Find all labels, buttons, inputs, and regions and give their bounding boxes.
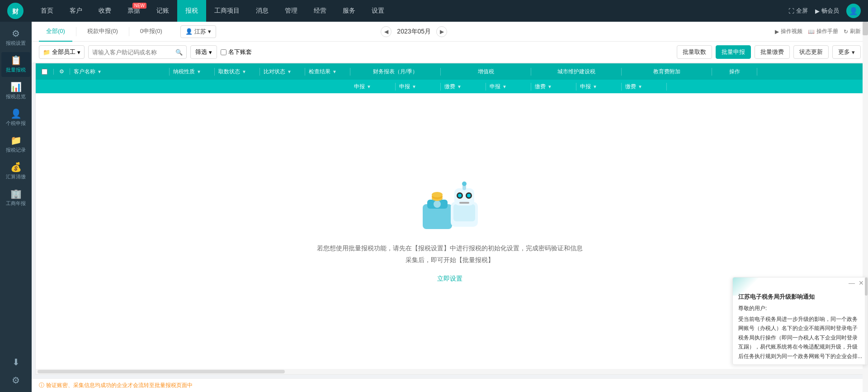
tax-records-icon: 📁 bbox=[10, 136, 22, 145]
table-header-scroll[interactable]: ⚙ 客户名称 ▼ 纳税性质 ▼ 取数状态 ▼ bbox=[36, 63, 864, 93]
nav-operation[interactable]: 经营 bbox=[306, 0, 335, 22]
search-input[interactable] bbox=[92, 49, 174, 56]
notification-scrollbar[interactable] bbox=[865, 277, 868, 364]
sidebar-item-personal-tax[interactable]: 👤 个税申报 bbox=[1, 105, 30, 130]
table-header-row1: ⚙ 客户名称 ▼ 纳税性质 ▼ 取数状态 ▼ bbox=[36, 63, 864, 80]
tab-all[interactable]: 全部(0) bbox=[39, 22, 72, 42]
notification-greeting: 尊敬的用户: bbox=[738, 304, 862, 313]
prev-month-btn[interactable]: ◀ bbox=[381, 26, 392, 37]
fullscreen-icon: ⛶ bbox=[788, 8, 794, 14]
nav-commerce[interactable]: 工商项目 bbox=[206, 0, 248, 22]
select-all-checkbox[interactable] bbox=[42, 69, 47, 75]
page-scrollbar-thumb[interactable] bbox=[863, 22, 868, 35]
current-month: 2023年05月 bbox=[397, 28, 431, 36]
notification-content: 受当前电子税务局进一步升级的影响，同一个政务网账号（办税人）名下的企业不能再同时… bbox=[738, 315, 862, 361]
sidebar-item-annual-report[interactable]: 🏢 工商年报 bbox=[1, 186, 30, 210]
sidebar-item-tax-overview[interactable]: 📊 报税总览 bbox=[1, 79, 30, 104]
batch-declare-btn[interactable]: 批量申报 bbox=[716, 45, 751, 59]
th2-city-pay[interactable]: 缴费 ▼ bbox=[531, 83, 576, 91]
tab-divider-2 bbox=[129, 27, 129, 36]
nav-service[interactable]: 服务 bbox=[335, 0, 363, 22]
th-check-result[interactable]: 检查结果 ▼ bbox=[305, 68, 350, 76]
sidebar-item-settings[interactable]: ⚙ bbox=[1, 372, 30, 388]
batch-fetch-btn[interactable]: 批量取数 bbox=[677, 45, 712, 59]
top-navigation: 财 首页 客户 收费 票据 NEW 记账 报税 工商项目 消息 管理 经营 服务… bbox=[0, 0, 868, 22]
nav-invoice[interactable]: 票据 NEW bbox=[119, 0, 148, 22]
settings-icon: ⚙ bbox=[12, 376, 20, 385]
table-scroll-bottom[interactable] bbox=[36, 369, 864, 374]
th-setting[interactable]: ⚙ bbox=[54, 68, 70, 75]
svg-text:财: 财 bbox=[12, 8, 19, 15]
setup-link[interactable]: 立即设置 bbox=[437, 275, 462, 283]
th-checkbox bbox=[36, 69, 54, 75]
th2-vat-declare[interactable]: 申报 ▼ bbox=[396, 83, 441, 91]
month-navigator: ◀ 2023年05月 ▶ bbox=[381, 26, 447, 37]
video-btn[interactable]: ▶ 操作视频 bbox=[775, 28, 802, 35]
next-month-btn[interactable]: ▶ bbox=[436, 26, 447, 37]
tab-zero-declare[interactable]: 0申报(0) bbox=[133, 22, 170, 42]
notification-popup: — ✕ 江苏电子税务局升级影响通知 尊敬的用户: 受当前电子税务局进一步升级的影… bbox=[732, 277, 868, 365]
tab-tax-declare-count: (0) bbox=[111, 28, 118, 34]
nav-billing[interactable]: 收费 bbox=[90, 0, 119, 22]
nav-customer[interactable]: 客户 bbox=[61, 0, 90, 22]
nav-tax[interactable]: 报税 bbox=[177, 0, 206, 22]
employee-selector[interactable]: 📁 全部员工 ▾ bbox=[39, 45, 85, 59]
th2-city-declare[interactable]: 申报 ▼ bbox=[486, 83, 531, 91]
svg-rect-15 bbox=[459, 202, 469, 204]
minimize-notif-btn[interactable]: — bbox=[849, 279, 855, 287]
svg-point-12 bbox=[458, 194, 462, 197]
refresh-btn[interactable]: ↻ 刷新 bbox=[844, 28, 861, 35]
province-selector[interactable]: 👤 江苏 ▾ bbox=[180, 25, 216, 38]
account-checkbox[interactable] bbox=[221, 49, 226, 55]
sidebar: ⚙ 报税设置 📋 批量报税 📊 报税总览 👤 个税申报 📁 报税记录 💰 汇算清… bbox=[0, 22, 32, 392]
user-icon: 👤 bbox=[185, 28, 193, 35]
vip-icon: ▶ bbox=[815, 8, 820, 14]
close-notif-btn[interactable]: ✕ bbox=[859, 279, 864, 287]
nav-message[interactable]: 消息 bbox=[248, 0, 277, 22]
toolbar-right-buttons: 批量取数 批量申报 批量缴费 状态更新 更多 ▾ bbox=[677, 45, 861, 59]
sidebar-item-settlement[interactable]: 💰 汇算清缴 bbox=[1, 159, 30, 184]
more-btn[interactable]: 更多 ▾ bbox=[832, 45, 861, 59]
th-compare-status[interactable]: 比对状态 ▼ bbox=[260, 68, 305, 76]
tab-tax-declare[interactable]: 税款申报(0) bbox=[80, 22, 125, 42]
th-tax-nature[interactable]: 纳税性质 ▼ bbox=[170, 68, 215, 76]
manual-btn[interactable]: 📖 操作手册 bbox=[808, 28, 838, 35]
fullscreen-btn[interactable]: ⛶ 全屏 bbox=[788, 7, 808, 15]
top-right-actions: ⛶ 全屏 ▶ 畅会员 👤 bbox=[788, 4, 861, 18]
sidebar-item-batch-tax[interactable]: 📋 批量报税 bbox=[1, 52, 30, 77]
filter-button[interactable]: 筛选 ▾ bbox=[190, 45, 217, 59]
nav-settings[interactable]: 设置 bbox=[363, 0, 392, 22]
sidebar-item-download[interactable]: ⬇ bbox=[1, 354, 30, 370]
nav-manage[interactable]: 管理 bbox=[277, 0, 306, 22]
settlement-icon: 💰 bbox=[10, 163, 22, 172]
video-icon: ▶ bbox=[775, 29, 779, 35]
search-icon[interactable]: 🔍 bbox=[175, 49, 183, 56]
th2-financial-declare[interactable]: 申报 ▼ bbox=[350, 83, 396, 91]
empty-message: 若您想使用批量报税功能，请先在【报税设置】中进行报税的初始化设置，完成密码验证和… bbox=[314, 243, 585, 265]
notification-scrollbar-thumb[interactable] bbox=[865, 277, 868, 296]
th2-city-pay-filter: ▼ bbox=[547, 84, 552, 89]
tax-overview-icon: 📊 bbox=[10, 82, 22, 91]
status-update-btn[interactable]: 状态更新 bbox=[793, 45, 829, 59]
sidebar-item-tax-records[interactable]: 📁 报税记录 bbox=[1, 132, 30, 157]
personal-tax-icon: 👤 bbox=[10, 109, 22, 118]
vip-btn[interactable]: ▶ 畅会员 bbox=[815, 7, 839, 15]
nav-bookkeeping[interactable]: 记账 bbox=[148, 0, 177, 22]
batch-tax-icon: 📋 bbox=[10, 56, 22, 65]
th-check-result-filter: ▼ bbox=[332, 69, 337, 74]
sidebar-item-tax-settings[interactable]: ⚙ 报税设置 bbox=[1, 25, 30, 50]
chevron-down-icon: ▾ bbox=[208, 28, 211, 35]
account-checkbox-label[interactable]: 名下账套 bbox=[221, 48, 252, 56]
user-avatar[interactable]: 👤 bbox=[846, 4, 861, 18]
th2-edu-declare[interactable]: 申报 ▼ bbox=[576, 83, 622, 91]
th2-edu-pay[interactable]: 缴费 ▼ bbox=[622, 83, 667, 91]
th-customer-name[interactable]: 客户名称 ▼ bbox=[70, 68, 170, 76]
nav-home[interactable]: 首页 bbox=[33, 0, 61, 22]
th2-vat-pay[interactable]: 缴费 ▼ bbox=[441, 83, 486, 91]
th2-vat-pay-filter: ▼ bbox=[457, 84, 462, 89]
svg-point-17 bbox=[462, 182, 467, 186]
batch-pay-btn[interactable]: 批量缴费 bbox=[755, 45, 790, 59]
app-logo[interactable]: 财 bbox=[7, 3, 24, 19]
th-fetch-status[interactable]: 取数状态 ▼ bbox=[215, 68, 260, 76]
h-scrollbar-thumb[interactable] bbox=[38, 370, 285, 373]
